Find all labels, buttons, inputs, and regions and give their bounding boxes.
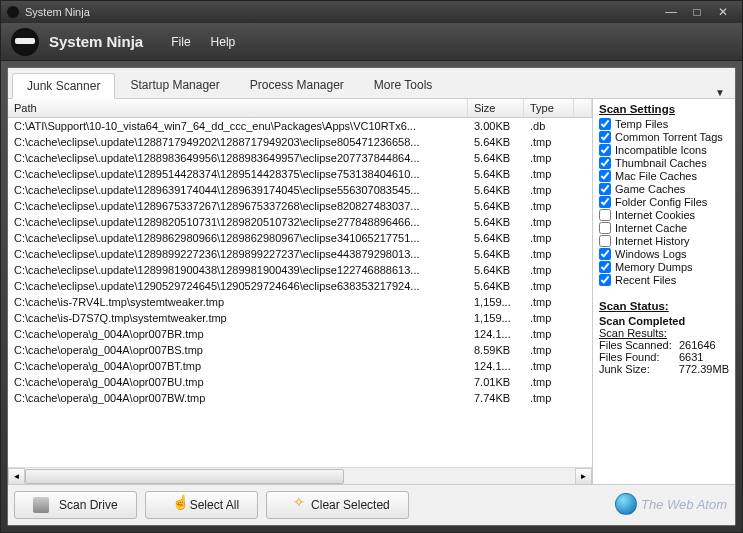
cell-type: .tmp (524, 135, 574, 149)
cell-path: C:\cache\eclipse\.update\1289862980966\1… (8, 231, 468, 245)
setting-label: Internet History (615, 235, 690, 247)
close-button[interactable]: ✕ (710, 5, 736, 19)
junk-label: Junk Size: (599, 363, 679, 375)
menu-help[interactable]: Help (211, 35, 236, 49)
tab-more-tools[interactable]: More Tools (359, 72, 447, 98)
drive-icon (33, 497, 49, 513)
col-type[interactable]: Type (524, 99, 574, 117)
setting-label: Memory Dumps (615, 261, 693, 273)
cell-size: 3.00KB (468, 119, 524, 133)
table-row[interactable]: C:\cache\opera\g_004A\opr007BR.tmp124.1.… (8, 326, 592, 342)
setting-temp-files[interactable]: Temp Files (599, 118, 729, 130)
table-row[interactable]: C:\cache\eclipse\.update\1288983649956\1… (8, 150, 592, 166)
settings-list: Temp FilesCommon Torrent TagsIncompatibl… (599, 118, 729, 286)
cell-size: 124.1... (468, 359, 524, 373)
cell-size: 5.64KB (468, 231, 524, 245)
setting-recent-files[interactable]: Recent Files (599, 274, 729, 286)
setting-label: Folder Config Files (615, 196, 707, 208)
title-bar[interactable]: System Ninja — □ ✕ (1, 1, 742, 23)
table-row[interactable]: C:\cache\eclipse\.update\1289639174044\1… (8, 182, 592, 198)
setting-internet-cookies[interactable]: Internet Cookies (599, 209, 729, 221)
checkbox[interactable] (599, 274, 611, 286)
table-row[interactable]: C:\cache\eclipse\.update\1288717949202\1… (8, 134, 592, 150)
found-value: 6631 (679, 351, 703, 363)
tab-junk-scanner[interactable]: Junk Scanner (12, 73, 115, 99)
tabs-overflow-icon[interactable]: ▼ (715, 87, 725, 98)
tab-bar: Junk Scanner Startup Manager Process Man… (8, 68, 735, 99)
table-row[interactable]: C:\cache\eclipse\.update\1289820510731\1… (8, 214, 592, 230)
app-header: System Ninja File Help (1, 23, 742, 61)
maximize-button[interactable]: □ (684, 5, 710, 19)
scan-drive-button[interactable]: Scan Drive (14, 491, 137, 519)
select-all-button[interactable]: Select All (145, 491, 258, 519)
setting-incompatible-icons[interactable]: Incompatible Icons (599, 144, 729, 156)
setting-common-torrent-tags[interactable]: Common Torrent Tags (599, 131, 729, 143)
table-row[interactable]: C:\cache\is-D7S7Q.tmp\systemtweaker.tmp1… (8, 310, 592, 326)
setting-label: Game Caches (615, 183, 685, 195)
clear-selected-button[interactable]: Clear Selected (266, 491, 409, 519)
table-row[interactable]: C:\cache\opera\g_004A\opr007BU.tmp7.01KB… (8, 374, 592, 390)
checkbox[interactable] (599, 183, 611, 195)
table-row[interactable]: C:\ATI\Support\10-10_vista64_win7_64_dd_… (8, 118, 592, 134)
col-path[interactable]: Path (8, 99, 468, 117)
checkbox[interactable] (599, 248, 611, 260)
table-row[interactable]: C:\cache\eclipse\.update\1290529724645\1… (8, 278, 592, 294)
table-row[interactable]: C:\cache\opera\g_004A\opr007BS.tmp8.59KB… (8, 342, 592, 358)
checkbox[interactable] (599, 196, 611, 208)
tab-startup-manager[interactable]: Startup Manager (115, 72, 234, 98)
setting-game-caches[interactable]: Game Caches (599, 183, 729, 195)
setting-windows-logs[interactable]: Windows Logs (599, 248, 729, 260)
scroll-track[interactable] (25, 468, 575, 485)
action-buttons: Scan Drive Select All Clear Selected (8, 484, 735, 525)
col-size[interactable]: Size (468, 99, 524, 117)
checkbox[interactable] (599, 131, 611, 143)
broom-icon (285, 497, 301, 513)
setting-thumbnail-caches[interactable]: Thumbnail Caches (599, 157, 729, 169)
table-row[interactable]: C:\cache\eclipse\.update\1289675337267\1… (8, 198, 592, 214)
table-row[interactable]: C:\cache\eclipse\.update\1289862980966\1… (8, 230, 592, 246)
horizontal-scrollbar[interactable]: ◄ ► (8, 467, 592, 484)
checkbox[interactable] (599, 144, 611, 156)
setting-internet-cache[interactable]: Internet Cache (599, 222, 729, 234)
minimize-button[interactable]: — (658, 5, 684, 19)
scroll-thumb[interactable] (25, 469, 344, 484)
setting-memory-dumps[interactable]: Memory Dumps (599, 261, 729, 273)
cell-size: 124.1... (468, 327, 524, 341)
tab-process-manager[interactable]: Process Manager (235, 72, 359, 98)
checkbox[interactable] (599, 261, 611, 273)
scroll-left-button[interactable]: ◄ (8, 468, 25, 485)
table-row[interactable]: C:\cache\eclipse\.update\1289899227236\1… (8, 246, 592, 262)
cell-path: C:\cache\eclipse\.update\1289981900438\1… (8, 263, 468, 277)
table-row[interactable]: C:\cache\opera\g_004A\opr007BT.tmp124.1.… (8, 358, 592, 374)
checkbox[interactable] (599, 235, 611, 247)
checkbox[interactable] (599, 157, 611, 169)
checkbox[interactable] (599, 222, 611, 234)
cell-type: .tmp (524, 215, 574, 229)
cell-type: .tmp (524, 343, 574, 357)
table-body[interactable]: C:\ATI\Support\10-10_vista64_win7_64_dd_… (8, 118, 592, 467)
cell-type: .tmp (524, 311, 574, 325)
cell-size: 5.64KB (468, 279, 524, 293)
sidebar: Scan Settings Temp FilesCommon Torrent T… (592, 99, 735, 484)
checkbox[interactable] (599, 170, 611, 182)
setting-internet-history[interactable]: Internet History (599, 235, 729, 247)
table-row[interactable]: C:\cache\eclipse\.update\1289514428374\1… (8, 166, 592, 182)
cell-type: .tmp (524, 247, 574, 261)
cell-path: C:\cache\opera\g_004A\opr007BR.tmp (8, 327, 468, 341)
table-row[interactable]: C:\cache\eclipse\.update\1289981900438\1… (8, 262, 592, 278)
setting-label: Internet Cookies (615, 209, 695, 221)
menu-file[interactable]: File (171, 35, 190, 49)
checkbox[interactable] (599, 118, 611, 130)
cell-size: 7.01KB (468, 375, 524, 389)
setting-mac-file-caches[interactable]: Mac File Caches (599, 170, 729, 182)
cell-size: 5.64KB (468, 151, 524, 165)
checkbox[interactable] (599, 209, 611, 221)
cell-size: 8.59KB (468, 343, 524, 357)
select-all-label: Select All (190, 498, 239, 512)
ninja-icon (11, 28, 39, 56)
cell-path: C:\cache\opera\g_004A\opr007BT.tmp (8, 359, 468, 373)
scroll-right-button[interactable]: ► (575, 468, 592, 485)
table-row[interactable]: C:\cache\is-7RV4L.tmp\systemtweaker.tmp1… (8, 294, 592, 310)
setting-folder-config-files[interactable]: Folder Config Files (599, 196, 729, 208)
table-row[interactable]: C:\cache\opera\g_004A\opr007BW.tmp7.74KB… (8, 390, 592, 406)
